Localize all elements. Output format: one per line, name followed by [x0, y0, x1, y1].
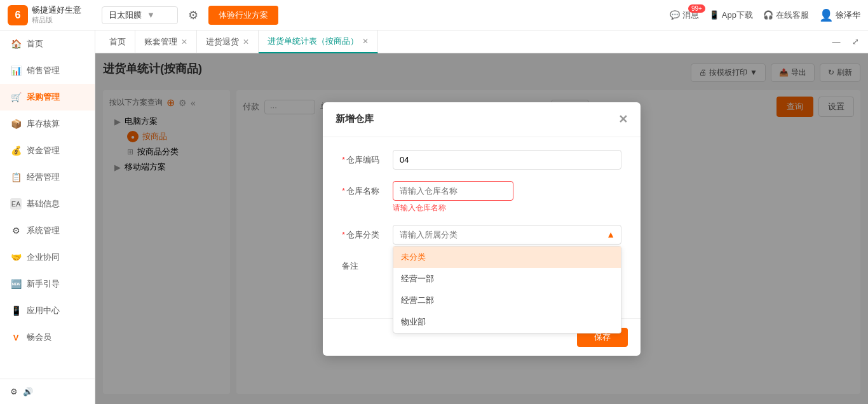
home-icon: 🏠: [10, 38, 22, 50]
tab-expand-button[interactable]: ⤢: [848, 34, 863, 50]
warehouse-name-input[interactable]: [393, 181, 513, 201]
headset-icon: 🎧: [763, 10, 773, 20]
code-label: 仓库编码: [346, 154, 379, 166]
app-download-label: App下载: [722, 10, 753, 21]
gear-button[interactable]: ⚙: [183, 5, 203, 25]
sidebar-item-stock[interactable]: 📦 库存核算: [0, 111, 95, 137]
sidebar-label-app-center: 应用中心: [27, 305, 60, 316]
tab-accounts[interactable]: 账套管理 ✕: [135, 30, 197, 53]
sidebar-bottom: ⚙ 🔊: [0, 379, 95, 404]
sidebar-item-system[interactable]: ⚙ 系统管理: [0, 217, 95, 244]
page-area: 进货单统计(按商品) 🖨 按模板打印 ▼ 📤 导出 ↻ 刷新: [95, 53, 868, 404]
bottom-gear-icon: ⚙: [10, 387, 18, 396]
category-arrow-icon[interactable]: ▲: [606, 229, 615, 239]
warehouse-code-input[interactable]: [393, 150, 621, 170]
tab-home[interactable]: 首页: [100, 30, 135, 53]
tab-accounts-label: 账套管理: [144, 36, 177, 48]
name-label: 仓库名称: [346, 185, 379, 197]
sales-icon: 📊: [10, 65, 22, 76]
sidebar-label-sales: 销售管理: [27, 65, 60, 76]
sidebar-item-operation[interactable]: 📋 经营管理: [0, 164, 95, 191]
tab-right-controls: — ⤢: [829, 34, 863, 50]
sidebar-item-basic[interactable]: EA 基础信息: [0, 191, 95, 217]
sidebar-label-basic: 基础信息: [27, 198, 60, 210]
message-button[interactable]: 💬 消息 99+: [670, 10, 699, 21]
app-name: 畅捷通好生意: [32, 5, 81, 16]
app-logo: 6: [8, 5, 28, 25]
stock-icon: 📦: [10, 118, 22, 130]
store-selector[interactable]: 日太阳膜 ▼: [102, 6, 178, 24]
modal-close-button[interactable]: ✕: [618, 112, 628, 126]
online-service-label: 在线客服: [776, 10, 809, 21]
tab-purchase-stat-label: 进货单统计表（按商品）: [268, 36, 358, 47]
app-center-icon: 📱: [10, 305, 22, 316]
basic-icon: EA: [10, 198, 22, 210]
remark-label: 备注: [342, 260, 358, 272]
purchase-icon: 🛒: [10, 91, 22, 103]
field-warehouse-code: * 仓库编码: [342, 150, 621, 170]
modal-header: 新增仓库 ✕: [323, 102, 641, 137]
modal-title: 新增仓库: [336, 113, 374, 125]
sidebar-bottom-settings[interactable]: ⚙ 🔊: [0, 379, 95, 404]
name-error-msg: 请输入仓库名称: [393, 203, 621, 213]
message-icon: 💬: [670, 10, 680, 20]
dropdown-item-dept3[interactable]: 物业部: [393, 311, 621, 333]
trial-button[interactable]: 体验行业方案: [208, 6, 278, 25]
user-name: 徐泽华: [836, 10, 860, 21]
main-content: 首页 账套管理 ✕ 进货退货 ✕ 进货单统计表（按商品） ✕ — ⤢ 进货单统计…: [95, 30, 868, 404]
sidebar-label-operation: 经营管理: [27, 172, 60, 183]
member-icon: V: [10, 332, 22, 343]
sidebar-item-home[interactable]: 🏠 首页: [0, 30, 95, 57]
sidebar-label-member: 畅会员: [27, 332, 51, 343]
guide-icon: 🆕: [10, 278, 22, 290]
category-dropdown: 未分类 经营一部 经营二部 物业部: [393, 246, 621, 333]
sidebar-label-stock: 库存核算: [27, 118, 60, 130]
top-bar: 6 畅捷通好生意 精品版 日太阳膜 ▼ ⚙ 体验行业方案 💬 消息 99+ 📱 …: [0, 0, 868, 30]
dropdown-item-dept1[interactable]: 经营一部: [393, 268, 621, 290]
sidebar-label-home: 首页: [27, 38, 43, 50]
sidebar-item-sales[interactable]: 📊 销售管理: [0, 57, 95, 84]
tab-purchase-return-close[interactable]: ✕: [243, 37, 249, 46]
sidebar-label-finance: 资金管理: [27, 145, 60, 156]
dropdown-item-none[interactable]: 未分类: [393, 246, 621, 268]
tab-minimize-button[interactable]: —: [829, 34, 844, 50]
bottom-sound-icon: 🔊: [23, 387, 33, 396]
main-layout: 🏠 首页 📊 销售管理 🛒 采购管理 📦 库存核算 💰 资金管理 📋 经营管理 …: [0, 30, 868, 404]
modal-add-warehouse: 新增仓库 ✕ * 仓库编码: [323, 102, 641, 356]
dropdown-item-dept2[interactable]: 经营二部: [393, 290, 621, 311]
app-download-button[interactable]: 📱 App下载: [709, 10, 753, 21]
store-name: 日太阳膜: [109, 10, 142, 21]
sidebar-item-finance[interactable]: 💰 资金管理: [0, 137, 95, 164]
required-star-name: *: [342, 186, 345, 196]
download-icon: 📱: [709, 10, 719, 20]
user-avatar-icon: 👤: [819, 8, 833, 22]
tab-accounts-close[interactable]: ✕: [181, 37, 187, 46]
field-warehouse-name: * 仓库名称 请输入仓库名称: [342, 181, 621, 213]
enterprise-icon: 🤝: [10, 252, 22, 263]
logo-area: 6 畅捷通好生意 精品版: [8, 5, 97, 25]
message-badge: 99+: [688, 4, 705, 13]
modal-body: * 仓库编码 * 仓库名称: [323, 137, 641, 318]
sidebar-label-guide: 新手引导: [27, 278, 60, 290]
sidebar-item-member[interactable]: V 畅会员: [0, 324, 95, 351]
sidebar: 🏠 首页 📊 销售管理 🛒 采购管理 📦 库存核算 💰 资金管理 📋 经营管理 …: [0, 30, 95, 404]
sidebar-item-purchase[interactable]: 🛒 采购管理: [0, 84, 95, 111]
online-service-button[interactable]: 🎧 在线客服: [763, 10, 809, 21]
required-star-cat: *: [342, 230, 345, 239]
modal-overlay: 新增仓库 ✕ * 仓库编码: [95, 53, 868, 404]
tab-purchase-stat[interactable]: 进货单统计表（按商品） ✕: [259, 30, 378, 53]
sidebar-label-purchase: 采购管理: [27, 91, 60, 103]
sidebar-item-enterprise[interactable]: 🤝 企业协同: [0, 244, 95, 271]
category-input[interactable]: [393, 225, 621, 245]
tab-purchase-stat-close[interactable]: ✕: [362, 37, 369, 46]
user-area[interactable]: 👤 徐泽华: [819, 8, 860, 22]
store-dropdown-icon: ▼: [147, 10, 155, 20]
sidebar-item-guide[interactable]: 🆕 新手引导: [0, 271, 95, 297]
field-warehouse-category: * 仓库分类 ▲ 未分类 经营一部: [342, 225, 621, 245]
tab-purchase-return[interactable]: 进货退货 ✕: [197, 30, 259, 53]
tab-purchase-return-label: 进货退货: [206, 36, 239, 48]
sidebar-item-app-center[interactable]: 📱 应用中心: [0, 297, 95, 324]
tab-bar: 首页 账套管理 ✕ 进货退货 ✕ 进货单统计表（按商品） ✕ — ⤢: [95, 30, 868, 53]
system-icon: ⚙: [10, 225, 22, 236]
sidebar-label-enterprise: 企业协同: [27, 252, 60, 263]
